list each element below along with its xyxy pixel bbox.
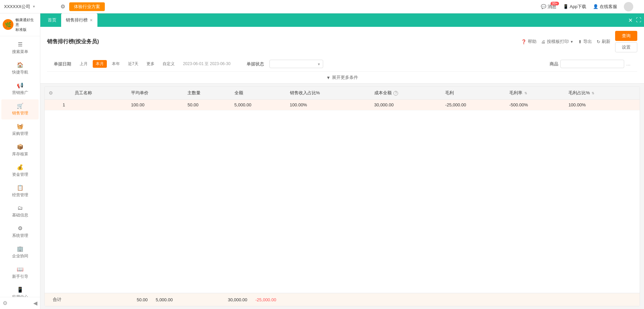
basic-icon: 🗂: [17, 205, 23, 211]
finance-icon: 💰: [17, 164, 24, 170]
tab-home[interactable]: 首页: [43, 13, 61, 27]
row-employee: [71, 100, 127, 110]
col-employee: 员工名称: [71, 87, 127, 100]
expand-conditions-button[interactable]: ▼ 展开更多条件: [326, 74, 358, 81]
filter-row: 单据日期 上月 本月 本年 近7天 更多 自定义 2023-06-01 至 20…: [47, 56, 637, 71]
col-avg-price: 平均单价: [127, 87, 183, 100]
row-cost: 30,000.00: [370, 100, 441, 110]
export-button[interactable]: ⬆ 导出: [578, 39, 592, 45]
row-gross-rate: -500.00%: [505, 100, 564, 110]
row-gross: -25,000.00: [441, 100, 505, 110]
company-selector[interactable]: XXXXXX公司 ▼: [4, 4, 58, 10]
cost-help-icon[interactable]: ?: [393, 91, 398, 96]
last7-btn[interactable]: 近7天: [125, 60, 141, 68]
topbar-settings-icon[interactable]: ⚙: [60, 3, 65, 10]
custom-btn[interactable]: 自定义: [160, 60, 178, 68]
app-label: App下载: [570, 4, 586, 10]
prev-month-btn[interactable]: 上月: [77, 60, 91, 68]
table-header-row: ⚙ 员工名称 平均单价 主数量 全额 销售收入占比% 成本全额 ?: [45, 87, 640, 100]
col-gross: 毛利: [441, 87, 505, 100]
status-filter-label: 单据状态: [247, 61, 264, 67]
message-icon: 💬: [541, 4, 546, 9]
main-layout: 🌿 畅康通好生意 标准版 ☰ 搜索菜单 🏠 快捷导航 📢 营销推广 🛒 销售管理: [0, 13, 644, 309]
avatar[interactable]: [624, 2, 633, 11]
logo-icon: 🌿: [3, 19, 13, 30]
sidebar-item-search[interactable]: ☰ 搜索菜单: [1, 38, 39, 58]
goods-filter: 商品 …: [550, 60, 631, 68]
sidebar-item-purchase[interactable]: 🧺 采购管理: [1, 120, 39, 140]
print-button[interactable]: 🖨 按模板打印 ▼: [541, 39, 573, 45]
enterprise-icon: 🏢: [17, 246, 24, 252]
tab-sales-rank[interactable]: 销售排行榜 ✕: [61, 13, 97, 27]
goods-input[interactable]: [560, 60, 624, 68]
col-settings: ⚙: [45, 87, 57, 100]
page-title: 销售排行榜(按业务员): [47, 38, 99, 45]
logo-line1: 畅康通好生意: [15, 17, 37, 27]
date-buttons: 上月 本月 本年 近7天 更多 自定义: [77, 60, 178, 68]
row-gross-pct: 100.00%: [564, 100, 640, 110]
tab-home-label: 首页: [48, 17, 56, 23]
gross-pct-sort-icon[interactable]: ⇅: [592, 91, 594, 95]
col-amount: 全额: [230, 87, 286, 100]
sidebar-item-system[interactable]: ⚙ 系统管理: [1, 222, 39, 242]
tab-close-icon[interactable]: ✕: [90, 18, 93, 22]
help-button[interactable]: ❓ 帮助: [521, 39, 536, 45]
row-avg-price: 100.00: [127, 100, 183, 110]
gross-rate-sort-icon[interactable]: ⇅: [524, 91, 527, 95]
sidebar-item-finance[interactable]: 💰 资金管理: [1, 161, 39, 181]
more-btn[interactable]: 更多: [143, 60, 158, 68]
sidebar-item-sales[interactable]: 🛒 销售管理: [1, 99, 39, 119]
status-select[interactable]: [269, 60, 323, 68]
sidebar-item-marketing[interactable]: 📢 营销推广: [1, 79, 39, 99]
purchase-icon: 🧺: [17, 123, 24, 130]
sidebar-bottom-settings-icon[interactable]: ⚙: [3, 300, 7, 306]
chevron-down-icon: ▼: [32, 5, 36, 8]
apps-icon: 📱: [17, 287, 24, 293]
search-menu-icon: ☰: [18, 41, 23, 48]
sidebar-item-basic[interactable]: 🗂 基础信息: [1, 202, 39, 221]
refresh-button[interactable]: ↻ 刷新: [597, 39, 610, 45]
curr-month-btn[interactable]: 本月: [93, 60, 107, 68]
sidebar-item-enterprise[interactable]: 🏢 企业协同: [1, 242, 39, 262]
query-button[interactable]: 查询: [615, 31, 637, 41]
table-header: ⚙ 员工名称 平均单价 主数量 全额 销售收入占比% 成本全额 ?: [45, 87, 640, 100]
column-settings-icon[interactable]: ⚙: [49, 90, 53, 96]
sidebar-label-basic: 基础信息: [12, 212, 28, 218]
sidebar-label-apps: 应用中心: [12, 294, 28, 297]
sidebar-item-inventory[interactable]: 📦 库存核算: [1, 140, 39, 160]
service-icon: 👤: [593, 4, 598, 9]
settings-button[interactable]: 设置: [615, 42, 637, 52]
app-download-button[interactable]: 📱 App下载: [563, 4, 586, 10]
col-gross-rate: 毛利率 ⇅: [505, 87, 564, 100]
logo-text: 畅康通好生意 标准版: [15, 17, 37, 32]
sidebar-item-guide[interactable]: 📖 新手引导: [1, 263, 39, 283]
app-icon: 📱: [563, 4, 568, 9]
messages-button[interactable]: 💬 消息 99+: [541, 4, 556, 10]
sidebar-item-operation[interactable]: 📋 经营管理: [1, 181, 39, 201]
sidebar-item-apps[interactable]: 📱 应用中心: [1, 283, 39, 297]
page-header: 销售排行榜(按业务员) ❓ 帮助 🖨 按模板打印 ▼ ⬆: [40, 27, 644, 84]
curr-year-btn[interactable]: 本年: [109, 60, 123, 68]
tab-bar-actions: ✕ ⛶: [628, 17, 641, 23]
goods-filter-label: 商品: [550, 61, 558, 67]
page-title-row: 销售排行榜(按业务员) ❓ 帮助 🖨 按模板打印 ▼ ⬆: [47, 31, 637, 52]
tab-expand-icon[interactable]: ⛶: [636, 17, 641, 23]
page-actions: ❓ 帮助 🖨 按模板打印 ▼ ⬆ 导出 ↻: [521, 31, 637, 52]
online-service-button[interactable]: 👤 在线客服: [593, 4, 617, 10]
summary-row: 合计 50.00 5,000.00 30,000.00 -25,000.00: [49, 297, 636, 303]
more-dots-icon[interactable]: …: [626, 61, 631, 66]
topbar-right: 💬 消息 99+ 📱 App下载 👤 在线客服: [541, 2, 640, 11]
top-bar: XXXXXX公司 ▼ ⚙ 体验行业方案 💬 消息 99+ 📱 App下载 👤 在…: [0, 0, 644, 13]
sidebar-item-shortcut[interactable]: 🏠 快捷导航: [1, 58, 39, 79]
row-amount: 5,000.00: [230, 100, 286, 110]
col-qty: 主数量: [183, 87, 230, 100]
refresh-icon: ↻: [597, 39, 600, 44]
company-name: XXXXXX公司: [4, 4, 30, 10]
sidebar-collapse-icon[interactable]: ◀: [33, 300, 37, 306]
sidebar-label-search: 搜索菜单: [12, 49, 28, 55]
trial-button[interactable]: 体验行业方案: [69, 2, 105, 11]
sidebar-label-shortcut: 快捷导航: [12, 69, 28, 75]
tab-close-window-icon[interactable]: ✕: [628, 17, 633, 23]
sidebar-menu: ☰ 搜索菜单 🏠 快捷导航 📢 营销推广 🛒 销售管理 🧺 采购管理 📦: [0, 36, 40, 297]
sidebar-label-finance: 资金管理: [12, 172, 28, 177]
